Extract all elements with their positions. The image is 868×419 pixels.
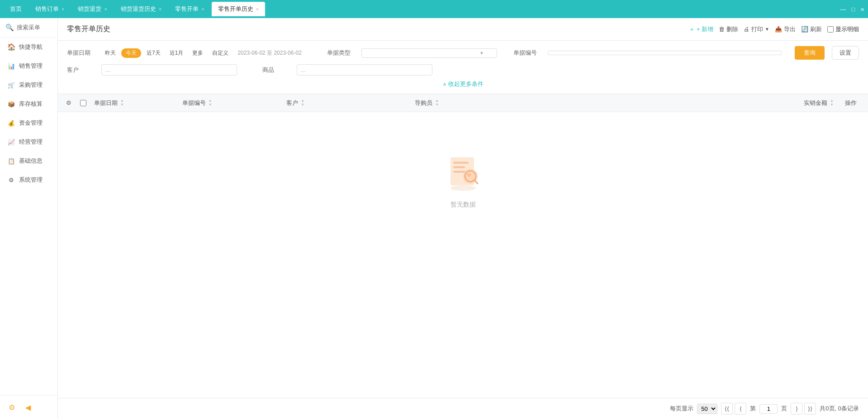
date-btn-more[interactable]: 更多 xyxy=(189,48,207,58)
date-label: 单据日期 xyxy=(67,49,94,57)
first-page-button[interactable]: ⟨⟨ xyxy=(721,403,733,414)
sidebar-item-finance[interactable]: 💰 资金管理 xyxy=(0,113,57,132)
tab-sales-order-close[interactable]: × xyxy=(62,6,64,12)
tab-retail-open-history[interactable]: 零售开单历史 × xyxy=(212,2,265,16)
sort-down-icon-3: ▼ xyxy=(301,103,304,107)
sidebar-item-operations-label: 经营管理 xyxy=(19,138,43,146)
sort-down-icon-4: ▼ xyxy=(435,103,439,107)
th-guide[interactable]: 导购员 ▲ ▼ xyxy=(411,99,499,107)
pagination: 每页显示 50 ⟨⟨ ⟨ 第 页 ⟩ ⟩⟩ 共0页, 0条记录 xyxy=(58,398,868,419)
sales-icon: 📊 xyxy=(7,62,15,70)
select-all-checkbox[interactable] xyxy=(76,100,90,106)
sort-amount[interactable]: ▲ ▼ xyxy=(830,99,834,107)
tab-sales-return-history-label: 销货退货历史 xyxy=(121,5,156,13)
th-amount[interactable]: 实销金额 ▲ ▼ xyxy=(749,99,837,107)
date-btn-today[interactable]: 今天 xyxy=(121,48,141,58)
sort-up-icon-5: ▲ xyxy=(830,99,834,103)
doc-type-select[interactable]: ▼ xyxy=(361,48,497,58)
date-btn-1month[interactable]: 近1月 xyxy=(166,48,187,58)
per-page-label: 每页显示 xyxy=(670,405,693,413)
column-setting-icon[interactable]: ⚙ xyxy=(62,99,76,106)
last-page-button[interactable]: ⟩⟩ xyxy=(804,403,816,414)
sidebar-item-inventory[interactable]: 📦 库存核算 xyxy=(0,94,57,113)
sort-up-icon-2: ▲ xyxy=(209,99,212,103)
tab-sales-return-label: 销货退货 xyxy=(78,5,101,13)
prev-page-button[interactable]: ⟨ xyxy=(735,403,746,414)
tab-sales-return-history[interactable]: 销货退货历史 × xyxy=(114,2,168,16)
date-btn-yesterday[interactable]: 昨天 xyxy=(101,48,119,58)
sidebar-item-base-info-label: 基础信息 xyxy=(19,157,43,165)
sidebar-item-base-info[interactable]: 📋 基础信息 xyxy=(0,151,57,170)
sidebar-item-finance-label: 资金管理 xyxy=(19,119,43,127)
sidebar-item-purchase-mgmt[interactable]: 🛒 采购管理 xyxy=(0,75,57,94)
sidebar-item-quick-nav[interactable]: 🏠 快捷导航 xyxy=(0,38,57,56)
export-button[interactable]: 📤 导出 xyxy=(775,25,796,33)
tab-list: 首页 销售订单 × 销货退货 × 销货退货历史 × 零售开单 × 零售开单历史 … xyxy=(4,2,265,16)
per-page-select[interactable]: 50 xyxy=(697,404,717,414)
add-label: + 新增 xyxy=(697,25,713,33)
empty-icon xyxy=(441,148,486,193)
collapse-sidebar-icon[interactable]: ◀ xyxy=(22,401,34,414)
export-icon: 📤 xyxy=(775,26,782,33)
setting-button[interactable]: 设置 xyxy=(832,46,859,60)
tab-sales-order-label: 销售订单 xyxy=(35,5,59,13)
svg-rect-3 xyxy=(453,166,465,168)
th-date[interactable]: 单据日期 ▲ ▼ xyxy=(90,99,179,107)
restore-icon[interactable]: □ xyxy=(851,6,855,13)
date-btn-custom[interactable]: 自定义 xyxy=(209,48,232,58)
refresh-button[interactable]: 🔄 刷新 xyxy=(801,25,822,33)
collapse-label: 收起更多条件 xyxy=(448,80,484,88)
tab-retail-open-history-close[interactable]: × xyxy=(256,6,259,12)
sort-guide[interactable]: ▲ ▼ xyxy=(435,99,439,107)
th-num[interactable]: 单据编号 ▲ ▼ xyxy=(179,99,283,107)
th-customer[interactable]: 客户 ▲ ▼ xyxy=(283,99,411,107)
sidebar-item-system[interactable]: ⚙ 系统管理 xyxy=(0,170,57,189)
query-button[interactable]: 查询 xyxy=(795,46,825,60)
tab-retail-open-history-label: 零售开单历史 xyxy=(218,5,253,13)
page-label-before: 第 xyxy=(748,405,758,413)
tab-sales-return-close[interactable]: × xyxy=(104,6,107,12)
tab-bar: 首页 销售订单 × 销货退货 × 销货退货历史 × 零售开单 × 零售开单历史 … xyxy=(0,0,868,18)
doc-num-input[interactable] xyxy=(548,51,782,55)
sidebar-item-quick-nav-label: 快捷导航 xyxy=(19,43,43,51)
print-button[interactable]: 🖨 打印 ▼ xyxy=(744,25,769,33)
next-page-button[interactable]: ⟩ xyxy=(791,403,802,414)
show-detail-checkbox[interactable] xyxy=(827,26,834,33)
collapse-up-icon: ∧ xyxy=(443,81,446,87)
collapse-button[interactable]: ∧ 收起更多条件 xyxy=(67,80,859,88)
tab-sales-return-history-close[interactable]: × xyxy=(159,6,161,12)
tab-sales-order[interactable]: 销售订单 × xyxy=(29,2,71,16)
add-button[interactable]: ＋ + 新增 xyxy=(689,25,713,33)
sidebar-search[interactable]: 🔍 搜索采单 xyxy=(0,18,57,38)
total-info: 共0页, 0条记录 xyxy=(820,405,859,413)
tab-sales-return[interactable]: 销货退货 × xyxy=(71,2,113,16)
header-checkbox[interactable] xyxy=(80,100,86,106)
current-page-input[interactable] xyxy=(759,404,778,414)
tab-retail-open-close[interactable]: × xyxy=(201,6,204,12)
tab-home[interactable]: 首页 xyxy=(4,2,28,16)
customer-input[interactable]: ... xyxy=(101,64,237,75)
minimize-icon[interactable]: — xyxy=(840,6,846,13)
date-btn-7days[interactable]: 近7天 xyxy=(143,48,164,58)
sort-customer[interactable]: ▲ ▼ xyxy=(301,99,304,107)
system-icon: ⚙ xyxy=(7,176,15,184)
close-window-icon[interactable]: × xyxy=(860,5,864,13)
content-area: 零售开单历史 ＋ + 新增 🗑 删除 🖨 打印 ▼ 📤 导出 xyxy=(58,18,868,419)
sidebar-item-inventory-label: 库存核算 xyxy=(19,100,43,108)
doc-type-label: 单据类型 xyxy=(327,49,354,57)
sort-up-icon-4: ▲ xyxy=(435,99,439,103)
sidebar-item-sales-mgmt[interactable]: 📊 销售管理 xyxy=(0,56,57,75)
tab-retail-open[interactable]: 零售开单 × xyxy=(169,2,210,16)
sort-date[interactable]: ▲ ▼ xyxy=(120,99,124,107)
sidebar-item-sales-mgmt-label: 销售管理 xyxy=(19,62,43,70)
customer-label: 客户 xyxy=(67,66,94,74)
home-icon: 🏠 xyxy=(7,43,15,51)
settings-bottom-icon[interactable]: ⚙ xyxy=(5,401,18,414)
sidebar-item-operations[interactable]: 📈 经营管理 xyxy=(0,132,57,151)
base-info-icon: 📋 xyxy=(7,157,15,165)
goods-input[interactable]: ... xyxy=(297,64,432,75)
filter-row-1: 单据日期 昨天 今天 近7天 近1月 更多 自定义 2023-06-02 至 2… xyxy=(67,46,859,60)
inventory-icon: 📦 xyxy=(7,100,15,108)
delete-button[interactable]: 🗑 删除 xyxy=(719,25,738,33)
sort-num[interactable]: ▲ ▼ xyxy=(209,99,212,107)
